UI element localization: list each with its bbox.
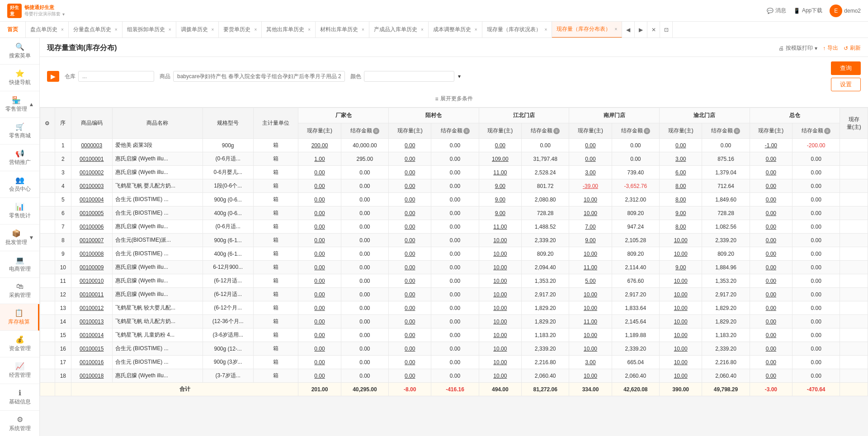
tab-other-out[interactable]: 其他出库单历史 × xyxy=(262,22,316,38)
table-row: 1700100016合生元 (BIOSTIME) ...900g (3岁...箱… xyxy=(40,356,868,369)
user-area[interactable]: E demo2 xyxy=(830,5,861,17)
page-title: 现存量查询(库存分布) xyxy=(47,43,117,53)
warehouse-input[interactable] xyxy=(78,71,154,82)
tab-close-all-btn[interactable]: ✕ xyxy=(647,22,660,38)
main-layout: 🔍 搜索英单 ⭐ 快捷导航 🏪 零售管理 ▲ 🛒 零售商城 📢 营销推广 👥 会… xyxy=(0,38,868,436)
tab-close-icon[interactable]: × xyxy=(308,27,311,32)
print-btn[interactable]: 🖨 按模版打印 ▾ xyxy=(778,44,817,52)
sidebar-item-basic-info[interactable]: ℹ 基础信息 xyxy=(0,384,39,411)
retail-icon: 🏪 xyxy=(5,96,27,104)
tab-next-btn[interactable]: ▶ xyxy=(635,22,647,38)
filter-expand-toggle[interactable]: ▶ xyxy=(47,71,59,82)
table-row: 1000100009惠氏启朦 (Wyeth illu...6-12月900...… xyxy=(40,261,868,274)
tab-partial-inventory[interactable]: 分量盘点单历史 × xyxy=(69,22,123,38)
col-group-muc: 陌村仓 xyxy=(389,108,479,123)
sidebar: 🔍 搜索英单 ⭐ 快捷导航 🏪 零售管理 ▲ 🛒 零售商城 📢 营销推广 👥 会… xyxy=(0,38,40,436)
col-na-amt: 结存金额① xyxy=(612,123,659,139)
dropdown-icon: ▾ xyxy=(815,45,817,52)
wholesale-icon: 📦 xyxy=(5,229,27,238)
sidebar-item-members[interactable]: 👥 会员中心 xyxy=(0,171,39,198)
tab-transfer[interactable]: 调拨单历史 × xyxy=(176,22,219,38)
sidebar-item-wholesale[interactable]: 📦 批发管理 ▼ xyxy=(0,225,39,251)
system-icon: ⚙ xyxy=(2,415,38,424)
table-container[interactable]: ⚙ 序 商品编码 商品名称 规格型号 主计量单位 厂家仓 陌村仓 江北门店 南岸… xyxy=(40,108,868,436)
col-yb-qty: 现存量(主) xyxy=(659,123,702,139)
tab-close-icon[interactable]: × xyxy=(475,27,477,32)
tab-stock-status[interactable]: 现存量（库存状况表） × xyxy=(482,22,552,38)
sidebar-item-search[interactable]: 🔍 搜索英单 xyxy=(0,38,39,65)
refresh-btn[interactable]: ↺ 刷新 xyxy=(844,44,861,52)
tab-close-icon[interactable]: × xyxy=(169,27,171,32)
arrow-up-icon: ▲ xyxy=(29,101,34,108)
tab-inventory-history[interactable]: 盘点单历史 × xyxy=(26,22,69,38)
tab-product-in[interactable]: 产成品入库单历史 × xyxy=(369,22,429,38)
color-input[interactable] xyxy=(364,71,454,82)
tab-assembly[interactable]: 组装拆卸单历史 × xyxy=(123,22,176,38)
info-icon[interactable]: ① xyxy=(644,128,650,134)
col-total-amt: 结存金额① xyxy=(793,123,840,139)
top-bar: 好生意 畅捷通好生意 母婴行业演示陈套 ▾ 💬 消息 📱 App下载 E dem… xyxy=(0,0,868,22)
info-icon[interactable]: ① xyxy=(373,128,379,134)
export-btn[interactable]: ↑ 导出 xyxy=(823,44,838,52)
tab-close-icon[interactable]: × xyxy=(254,27,257,32)
tab-home[interactable]: 首页 xyxy=(0,22,26,38)
table-row: 1200100011惠氏启朦 (Wyeth illu...(6-12月适...箱… xyxy=(40,288,868,301)
sidebar-item-retail[interactable]: 🏪 零售管理 ▲ xyxy=(0,91,39,118)
search-btn[interactable]: 查询 xyxy=(831,61,861,75)
col-spec: 规格型号 xyxy=(203,108,253,139)
expand-conditions-btn[interactable]: ≡ 展开更多条件 xyxy=(435,95,472,103)
product-input[interactable] xyxy=(173,71,345,82)
tab-cost-adjust[interactable]: 成本调整单历史 × xyxy=(429,22,482,38)
tab-close-icon[interactable]: × xyxy=(545,27,547,32)
tab-order-history[interactable]: 要货单历史 × xyxy=(219,22,262,38)
tab-stock-distribution[interactable]: 现存量（库存分布表） × xyxy=(552,22,622,38)
warehouse-label: 仓库 xyxy=(65,73,75,80)
sidebar-item-store[interactable]: 🛒 零售商城 xyxy=(0,118,39,145)
setting-btn[interactable]: 设置 xyxy=(831,78,861,91)
sidebar-item-marketing[interactable]: 📢 营销推广 xyxy=(0,145,39,171)
sidebar-item-system[interactable]: ⚙ 系统管理 xyxy=(0,411,39,436)
col-group-yb: 渝北门店 xyxy=(659,108,750,123)
col-seq: 序 xyxy=(55,108,71,139)
info-icon[interactable]: ① xyxy=(734,128,740,134)
messages-btn[interactable]: 💬 消息 xyxy=(767,7,786,14)
sidebar-item-retail-stats[interactable]: 📊 零售统计 xyxy=(0,198,39,225)
tab-close-icon[interactable]: × xyxy=(362,27,364,32)
sidebar-item-operations[interactable]: 📈 经营管理 xyxy=(0,357,39,384)
store-icon: 🛒 xyxy=(2,122,38,131)
table-row: 800100007合生元(BIOSTIME)派...900g (6-1...箱0… xyxy=(40,234,868,247)
info-icon[interactable]: ① xyxy=(463,128,470,134)
tab-close-icon[interactable]: × xyxy=(61,27,64,32)
col-jb-qty: 现存量(主) xyxy=(479,123,521,139)
sidebar-item-quicknav[interactable]: ⭐ 快捷导航 xyxy=(0,65,39,91)
color-dropdown-icon[interactable]: ▾ xyxy=(458,73,461,80)
table-row: 200100001惠氏启朦 (Wyeth illu...(0-6月适...箱1.… xyxy=(40,152,868,166)
info-icon[interactable]: ① xyxy=(824,128,830,134)
table-row: 1100100010惠氏启朦 (Wyeth illu...(6-12月适...箱… xyxy=(40,274,868,288)
avatar: E xyxy=(830,5,842,17)
inventory-icon: 📋 xyxy=(2,309,36,317)
tab-expand-btn[interactable]: ⊡ xyxy=(660,22,673,38)
app-download-btn[interactable]: 📱 App下载 xyxy=(793,7,822,14)
tab-material-out[interactable]: 材料出库单历史 × xyxy=(316,22,369,38)
tab-close-icon[interactable]: × xyxy=(421,27,424,32)
dropdown-icon[interactable]: ▾ xyxy=(62,12,65,17)
tab-close-icon[interactable]: × xyxy=(212,27,214,32)
sidebar-item-purchase[interactable]: 🛍 采购管理 xyxy=(0,278,39,304)
operations-icon: 📈 xyxy=(2,362,38,370)
sidebar-item-ecommerce[interactable]: 💻 电商管理 xyxy=(0,251,39,278)
tab-prev-btn[interactable]: ◀ xyxy=(622,22,635,38)
sidebar-item-finance[interactable]: 💰 资金管理 xyxy=(0,331,39,357)
table-row: 1400100013飞鹤星飞帆 幼儿配方奶...(12-36个月...箱0.00… xyxy=(40,315,868,328)
tab-close-icon[interactable]: × xyxy=(614,27,617,32)
header-actions: 🖨 按模版打印 ▾ ↑ 导出 ↺ 刷新 xyxy=(778,44,861,52)
sidebar-item-inventory[interactable]: 📋 库存核算 xyxy=(0,304,39,331)
col-cur: 现存量(主) xyxy=(840,108,868,139)
filter-expand-row: ≡ 展开更多条件 xyxy=(47,95,861,103)
tab-close-icon[interactable]: × xyxy=(115,27,118,32)
table-row: 700100006惠氏启朦 (Wyeth illu...(0-6月适...箱0.… xyxy=(40,220,868,234)
logo-text: 畅捷通好生意 母婴行业演示陈套 ▾ xyxy=(24,4,65,17)
filter-row: ▶ 仓库 商品 颜色 ▾ xyxy=(47,61,861,91)
info-icon[interactable]: ① xyxy=(553,128,560,134)
table-row: 1600100015合生元 (BIOSTIME) ...900g (12-...… xyxy=(40,342,868,356)
